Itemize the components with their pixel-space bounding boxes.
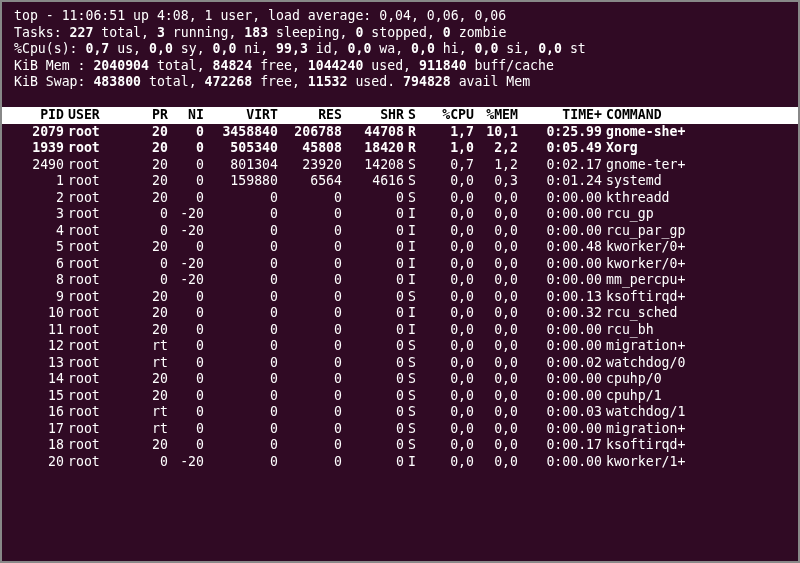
process-row[interactable]: 15root200000S0,00,00:00.00cpuhp/1 [14,388,786,405]
mem-total-label: total, [157,58,213,73]
col-pid[interactable]: PID [14,107,64,124]
process-row[interactable]: 16rootrt0000S0,00,00:00.03watchdog/1 [14,404,786,421]
cell-shr: 0 [342,454,404,471]
process-row[interactable]: 3root0-20000I0,00,00:00.00rcu_gp [14,206,786,223]
cell-user: root [64,206,116,223]
cell-shr: 0 [342,305,404,322]
process-row[interactable]: 9root200000S0,00,00:00.13ksoftirqd+ [14,289,786,306]
mem-used-label: used, [371,58,419,73]
cell-virt: 0 [204,454,278,471]
cell-cpu: 0,0 [426,289,474,306]
process-row[interactable]: 17rootrt0000S0,00,00:00.00migration+ [14,421,786,438]
cell-pr: 0 [116,272,168,289]
process-row[interactable]: 1root20015988065644616S0,00,30:01.24syst… [14,173,786,190]
cell-res: 0 [278,454,342,471]
process-row[interactable]: 18root200000S0,00,00:00.17ksoftirqd+ [14,437,786,454]
cell-cmd: kworker/0+ [602,256,786,273]
cell-s: I [404,454,426,471]
cell-shr: 0 [342,421,404,438]
cell-pr: 20 [116,371,168,388]
cell-res: 0 [278,421,342,438]
cell-user: root [64,371,116,388]
col-res[interactable]: RES [278,107,342,124]
col-mem[interactable]: %MEM [474,107,518,124]
cell-ni: -20 [168,223,204,240]
process-row[interactable]: 5root200000I0,00,00:00.48kworker/0+ [14,239,786,256]
cell-s: S [404,338,426,355]
process-row[interactable]: 2490root2008013042392014208S0,71,20:02.1… [14,157,786,174]
mem-free-label: free, [260,58,308,73]
cell-pid: 20 [14,454,64,471]
cell-shr: 0 [342,322,404,339]
cell-s: I [404,239,426,256]
cell-time: 0:00.32 [518,305,602,322]
cell-time: 0:00.00 [518,371,602,388]
col-ni[interactable]: NI [168,107,204,124]
process-row[interactable]: 20root0-20000I0,00,00:00.00kworker/1+ [14,454,786,471]
cell-cmd: kthreadd [602,190,786,207]
cell-cmd: kworker/1+ [602,454,786,471]
cell-s: S [404,404,426,421]
col-time[interactable]: TIME+ [518,107,602,124]
process-row[interactable]: 1939root2005053404580818420R1,02,20:05.4… [14,140,786,157]
cell-mem: 0,0 [474,437,518,454]
cell-cpu: 0,0 [426,421,474,438]
cell-mem: 0,0 [474,322,518,339]
col-virt[interactable]: VIRT [204,107,278,124]
cell-mem: 0,0 [474,190,518,207]
cell-pr: 0 [116,454,168,471]
process-row[interactable]: 12rootrt0000S0,00,00:00.00migration+ [14,338,786,355]
cell-virt: 0 [204,338,278,355]
cell-pr: 20 [116,437,168,454]
cell-shr: 0 [342,223,404,240]
cell-ni: 0 [168,173,204,190]
cell-ni: 0 [168,437,204,454]
cell-shr: 0 [342,338,404,355]
cell-cmd: migration+ [602,421,786,438]
swap-free: 472268 [205,74,261,89]
cpu-si: 0,0 [475,41,507,56]
process-row[interactable]: 10root200000I0,00,00:00.32rcu_sched [14,305,786,322]
cell-cmd: rcu_sched [602,305,786,322]
cell-virt: 0 [204,404,278,421]
cell-user: root [64,338,116,355]
cell-s: S [404,190,426,207]
process-row[interactable]: 4root0-20000I0,00,00:00.00rcu_par_gp [14,223,786,240]
cell-res: 45808 [278,140,342,157]
cell-user: root [64,454,116,471]
cell-mem: 0,0 [474,404,518,421]
mem-free: 84824 [213,58,261,73]
process-row[interactable]: 2root200000S0,00,00:00.00kthreadd [14,190,786,207]
process-row[interactable]: 8root0-20000I0,00,00:00.00mm_percpu+ [14,272,786,289]
cell-virt: 0 [204,322,278,339]
cell-pid: 4 [14,223,64,240]
col-user[interactable]: USER [64,107,116,124]
cell-time: 0:00.02 [518,355,602,372]
cell-shr: 0 [342,256,404,273]
cell-pr: 20 [116,322,168,339]
cell-time: 0:00.00 [518,190,602,207]
col-s[interactable]: S [404,107,426,124]
col-shr[interactable]: SHR [342,107,404,124]
col-cmd[interactable]: COMMAND [602,107,786,124]
cell-time: 0:00.03 [518,404,602,421]
cpu-ni: 0,0 [213,41,245,56]
process-row[interactable]: 14root200000S0,00,00:00.00cpuhp/0 [14,371,786,388]
cell-time: 0:01.24 [518,173,602,190]
process-row[interactable]: 13rootrt0000S0,00,00:00.02watchdog/0 [14,355,786,372]
top-summary-line-1: top - 11:06:51 up 4:08, 1 user, load ave… [2,8,798,25]
swap-total: 483800 [93,74,149,89]
col-cpu[interactable]: %CPU [426,107,474,124]
col-pr[interactable]: PR [116,107,168,124]
cell-pid: 16 [14,404,64,421]
cell-mem: 0,0 [474,289,518,306]
process-row[interactable]: 11root200000I0,00,00:00.00rcu_bh [14,322,786,339]
process-row[interactable]: 6root0-20000I0,00,00:00.00kworker/0+ [14,256,786,273]
swap-label: KiB Swap: [14,74,93,89]
cell-virt: 0 [204,305,278,322]
cell-virt: 0 [204,371,278,388]
tasks-running: 3 [157,25,173,40]
cell-user: root [64,272,116,289]
process-row[interactable]: 2079root200345884020678844708R1,710,10:2… [14,124,786,141]
cell-pid: 13 [14,355,64,372]
